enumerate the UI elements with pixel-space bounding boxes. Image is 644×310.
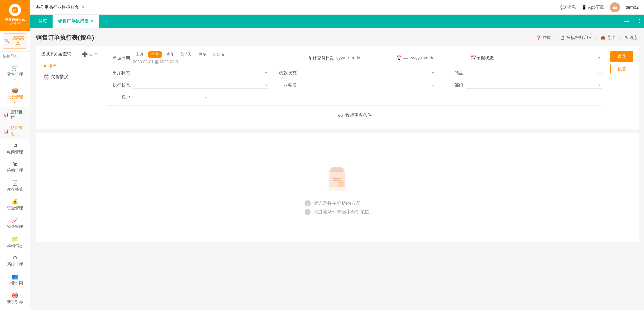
edit-plan-icon[interactable]: ⊙ [89,51,93,57]
filter-plan-actions: ➕ ⊙ « [82,51,97,57]
sidebar-item-operations[interactable]: 📈 经营管理 [2,214,28,232]
sidebar-search-section: 🔍 搜索菜单 [0,31,30,52]
exec-status-arrow: ▾ [265,83,267,87]
print-dropdown-icon: ▾ [589,36,591,40]
filter-item-byorder[interactable]: 按单 [41,61,97,71]
step-1-text: 请先选择要分析的方案 [313,200,360,206]
step-num-2: 2 [305,209,311,215]
date-tag-more[interactable]: 更多 [196,51,209,58]
sidebar-item-inventory[interactable]: 📋 库存核算 [2,177,28,195]
tab-sales-exec[interactable]: 销售订单执行表 × [53,15,99,28]
sidebar-item-enterprise[interactable]: 👥 企业协同 [2,271,28,289]
out-status-select[interactable]: ▾ [133,70,269,76]
marketing-icon: 📢 [4,113,9,117]
export-icon: 📤 [600,35,606,40]
sidebar-logo[interactable]: 好 畅捷通好生意 标准版 [0,0,30,31]
expected-date-end[interactable] [409,54,469,62]
sidebar-item-wholesale[interactable]: 📦 批发管理 ▴ [2,85,28,106]
page-actions: ❓ 帮助 | 🖨 按模板打印 ▾ | 📤 导出 | ↻ 刷新 [536,35,639,41]
settings-button[interactable]: 设置 [610,64,633,74]
dept-label: 部门 [440,82,463,88]
expected-date-start-icon[interactable]: 📅 [396,55,402,61]
collapse-btn[interactable]: ∧∧ 收起更多条件 [107,110,602,121]
filter-row-4: 客户 ··· [107,93,602,101]
out-status-label: 出库状态 [107,70,130,76]
collection-status-select[interactable]: ▾ [299,70,435,76]
empty-step-1: 1 请先选择要分析的方案 [305,200,370,206]
operations-label: 经营管理 [7,224,23,230]
date-tag-lastmonth[interactable]: 上月 [133,51,146,58]
doc-status-arrow: ▾ [598,56,600,60]
message-button[interactable]: 💬 消息 [560,4,576,10]
byorder-label: 按单 [48,63,57,69]
inventory-label: 库存核算 [7,187,23,192]
step-2-text: 用过滤条件来缩小分析范围 [313,209,370,215]
date-tag-custom[interactable]: 自定义 [210,51,228,58]
sidebar-item-guide[interactable]: 🎯 新手引导 [2,290,28,308]
app-download-button[interactable]: 📱 App下载 [581,4,604,10]
collapse-plan-icon[interactable]: « [94,51,97,57]
user-avatar[interactable]: Ea [610,2,620,12]
fullscreen-icon[interactable]: ⛶ [633,17,641,26]
dept-select[interactable]: ▾ [466,82,602,89]
date-tag-thismonth[interactable]: 本月 [148,51,162,58]
customer-input[interactable] [133,93,201,101]
search-menu-button[interactable]: 🔍 搜索菜单 [3,33,27,49]
exec-status-select[interactable]: ▾ [133,82,269,89]
expected-date-start[interactable] [334,54,395,62]
finance-icon: 💰 [12,198,18,205]
app-download-label: App下载 [588,4,604,10]
shortage-label: 欠货情况 [51,74,68,80]
search-button[interactable]: 查询 [610,51,633,62]
doc-status-select[interactable]: ▾ [496,55,602,61]
byorder-dot [44,65,46,67]
empty-icon: ? [320,160,354,194]
salesperson-input[interactable] [299,81,429,89]
salesperson-ellipsis[interactable]: ··· [432,83,436,88]
print-button[interactable]: 🖨 按模板打印 ▾ [560,35,591,41]
topbar-arrow[interactable]: ▾ [82,5,84,10]
page-header: 销售订单执行表(按单) ❓ 帮助 | 🖨 按模板打印 ▾ | 📤 导出 | [36,34,639,42]
tabbar-tabs: 首页 销售订单执行表 × [33,15,99,28]
sidebar-item-appcenter[interactable]: 🔧 应用中心 [2,308,28,310]
refresh-label: 刷新 [630,35,639,41]
wholesale-icon: 📦 [12,87,18,94]
filter-field-customer: 客户 ··· [107,93,207,101]
refresh-icon: ↻ [625,35,629,40]
goods-input[interactable] [466,69,596,77]
tab-home[interactable]: 首页 [33,15,53,28]
sidebar-item-finance[interactable]: 💰 资金管理 [2,196,28,214]
filter-field-expected-date: 预计交货日期 📅 — 📅 [308,54,466,62]
export-button[interactable]: 📤 导出 [600,35,616,41]
date-tag-last7days[interactable]: 近7天 [178,51,194,58]
enterprise-label: 企业协同 [7,280,23,286]
sidebar-item-system[interactable]: ⚙ 系统管理 [2,252,28,270]
sidebar-item-basic[interactable]: 📁 基础信息 [2,233,28,251]
help-button[interactable]: ❓ 帮助 [536,35,551,41]
sidebar-item-purchase[interactable]: 🛍 采购管理 [2,158,28,176]
filter-item-shortage[interactable]: ⏰ 欠货情况 [41,72,97,82]
help-icon: ❓ [536,35,541,40]
user-name[interactable]: demo2 [625,5,639,10]
date-tag-thisyear[interactable]: 本年 [164,51,177,58]
submenu-marketing[interactable]: 📢 营销推广 [0,107,30,123]
guide-label: 新手引导 [7,299,23,305]
tab-close-icon[interactable]: × [91,19,93,24]
sidebar-item-ecommerce[interactable]: 🖥 电商管理 [2,140,28,158]
message-icon: 💬 [560,5,566,10]
goods-ellipsis[interactable]: ··· [598,70,602,76]
sidebar-item-retail[interactable]: 🛒 零售管理 ▾ [2,62,28,84]
add-plan-icon[interactable]: ➕ [82,51,88,57]
refresh-button[interactable]: ↻ 刷新 [625,35,639,41]
filter-field-salesperson: 业务员 ··· [273,81,435,89]
empty-steps: 1 请先选择要分析的方案 2 用过滤条件来缩小分析范围 [305,200,370,215]
empty-step-2: 2 用过滤条件来缩小分析范围 [305,209,370,215]
app-icon: 📱 [581,5,587,10]
sidebar-nav: 🛒 零售管理 ▾ 📦 批发管理 ▴ 📢 营销推广 📊 销售管理 🖥 电商管理 🛍 [0,61,30,310]
basic-icon: 📁 [12,236,18,242]
operations-icon: 📈 [12,217,18,223]
minimize-window-icon[interactable]: — [623,17,631,26]
submenu-sales[interactable]: 📊 销售管理 [0,123,30,139]
page-title: 销售订单执行表(按单) [36,34,94,42]
customer-ellipsis[interactable]: ··· [203,95,207,100]
